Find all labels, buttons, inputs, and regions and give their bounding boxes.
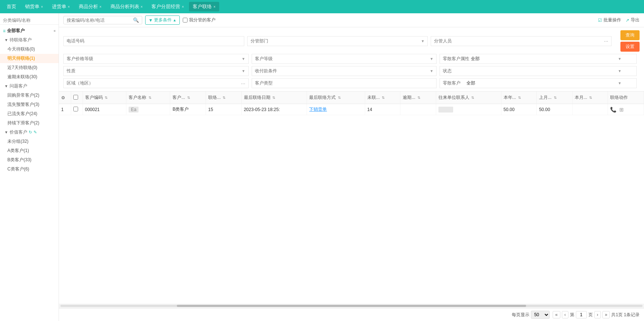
export-button[interactable]: ↗ 导出: [626, 17, 640, 23]
th-last-method[interactable]: 最后联络方式 ⇅: [307, 92, 365, 104]
region-more-icon[interactable]: ···: [241, 80, 245, 86]
prev-page-button[interactable]: ‹: [562, 311, 568, 318]
th-this-month[interactable]: 本月... ⇅: [572, 92, 608, 104]
th-contact-count[interactable]: 联络... ⇅: [206, 92, 242, 104]
filter-retail-attr: 零散客户属性 全部 ▼: [440, 54, 637, 64]
select-all-checkbox[interactable]: [73, 95, 78, 100]
th-checkbox: [71, 92, 83, 104]
retail-attr-dropdown-icon[interactable]: ▼: [618, 57, 622, 61]
search-icon[interactable]: 🔍: [133, 17, 139, 23]
th-name[interactable]: 客户名称 ⇅: [126, 92, 170, 104]
pending-group-header[interactable]: ▼ 待联络客户: [0, 35, 59, 45]
value-group-refresh-icon[interactable]: ↻: [29, 130, 32, 135]
gender-input[interactable]: [89, 69, 242, 74]
nav-customer-contact[interactable]: 客户联络 ×: [189, 2, 219, 11]
payment-input[interactable]: [277, 69, 430, 74]
value-group-edit-icon[interactable]: ✎: [34, 130, 37, 135]
page-size-select[interactable]: 50 100 200: [531, 311, 550, 319]
row-checkbox[interactable]: [73, 107, 78, 111]
th-last-date[interactable]: 最后联络日期 ⇅: [241, 92, 307, 104]
horizontal-scrollbar[interactable]: [59, 304, 644, 308]
price-level-dropdown-icon[interactable]: ▼: [242, 57, 245, 61]
sidebar-item-c-class[interactable]: C类客户(6): [0, 165, 59, 174]
customer-level-dropdown-icon[interactable]: ▼: [430, 57, 433, 61]
sidebar-search-input[interactable]: [3, 18, 58, 23]
dept-input[interactable]: [273, 38, 421, 44]
payment-dropdown-icon[interactable]: ▼: [430, 69, 433, 73]
th-contact-person[interactable]: 往来单位联系人 ⇅: [436, 92, 501, 104]
first-page-button[interactable]: «: [553, 311, 560, 318]
filter-phone: 电话号码: [63, 36, 244, 46]
sidebar-item-churned[interactable]: 已流失客户(24): [0, 109, 59, 118]
th-code[interactable]: 客户编码 ⇅: [83, 92, 126, 104]
action-more-icon[interactable]: ⊞: [619, 107, 624, 113]
batch-operation-button[interactable]: ☑ 批量操作: [598, 17, 621, 23]
action-icons-wrap: 📞 ⊞: [610, 107, 641, 113]
th-type[interactable]: 客户... ⇅: [170, 92, 206, 104]
status-input[interactable]: [465, 69, 618, 74]
value-group-header[interactable]: ▼ 价值客户 ↻ ✎: [0, 128, 59, 137]
sidebar-item-7days-pending[interactable]: 近7天待联络(0): [0, 63, 59, 72]
region-input[interactable]: [93, 81, 241, 86]
sidebar-item-churn-warning[interactable]: 流失预警客户(3): [0, 100, 59, 109]
price-level-input[interactable]: [93, 56, 242, 62]
search-input[interactable]: [67, 18, 133, 23]
customer-type-input[interactable]: [277, 81, 434, 86]
close-product-analysis-icon[interactable]: ×: [99, 5, 102, 9]
sort-last-date-icon: ⇅: [272, 96, 275, 100]
dept-dropdown-icon[interactable]: ▼: [421, 39, 424, 43]
action-phone-icon[interactable]: 📞: [610, 107, 616, 113]
nav-purchase-order[interactable]: 进货单 ×: [48, 2, 74, 11]
close-sales-order-icon[interactable]: ×: [41, 5, 43, 9]
nav-product-analysis-list[interactable]: 商品分析列表 ×: [107, 2, 147, 11]
set-button[interactable]: 设置: [620, 42, 640, 52]
nav-product-analysis[interactable]: 商品分析 ×: [75, 2, 105, 11]
sidebar-item-ungrouped[interactable]: 未分组(32): [0, 137, 59, 146]
close-product-analysis-list-icon[interactable]: ×: [141, 5, 143, 9]
td-last-method: 下销货单: [307, 104, 365, 115]
gear-icon[interactable]: ⚙: [61, 95, 65, 100]
query-button[interactable]: 查询: [620, 30, 640, 40]
page-number-input[interactable]: [576, 311, 587, 318]
next-page-button[interactable]: ›: [594, 311, 601, 318]
nav-home[interactable]: 首页: [3, 2, 20, 11]
td-checkbox: [71, 104, 83, 115]
customer-level-input[interactable]: [277, 56, 430, 62]
sidebar-item-today-pending[interactable]: 今天待联络(0): [0, 45, 59, 54]
close-purchase-order-icon[interactable]: ×: [68, 5, 70, 9]
search-input-wrap: 🔍: [63, 16, 142, 24]
last-page-button[interactable]: »: [602, 311, 610, 318]
retail-customer-dropdown-icon[interactable]: ▼: [618, 81, 622, 85]
close-customer-contact-icon[interactable]: ×: [213, 5, 216, 9]
sidebar-item-tomorrow-pending[interactable]: 明天待联络(1): [0, 54, 59, 63]
th-last-month[interactable]: 上月... ⇅: [537, 92, 573, 104]
person-input[interactable]: [456, 38, 604, 44]
th-overdue[interactable]: 逾期... ⇅: [400, 92, 436, 104]
retail-attr-label: 零散客户属性: [443, 56, 469, 62]
close-customer-tier-icon[interactable]: ×: [182, 5, 184, 9]
person-more-icon[interactable]: ···: [604, 38, 608, 44]
last-method-link[interactable]: 下销货单: [309, 107, 327, 112]
sidebar-item-repurchase-abnormal[interactable]: 回购异常客户(2): [0, 91, 59, 100]
sidebar-item-a-class[interactable]: A类客户(1): [0, 146, 59, 155]
problem-group-header[interactable]: ▼ 问题客户: [0, 82, 59, 91]
gender-dropdown-icon[interactable]: ▼: [242, 69, 245, 73]
filter-region: 区域（地区） ···: [63, 78, 249, 88]
th-no-contact[interactable]: 未联... ⇅: [365, 92, 400, 104]
sidebar-item-overdue-pending[interactable]: 逾期未联络(30): [0, 72, 59, 82]
sidebar-item-declining[interactable]: 持续下滑客户(2): [0, 118, 59, 128]
sidebar-item-b-class[interactable]: B类客户(33): [0, 155, 59, 165]
nav-sales-order[interactable]: 销货单 ×: [21, 2, 47, 11]
my-customers-checkbox[interactable]: [183, 18, 188, 23]
nav-customer-tier[interactable]: 客户分层经营 ×: [148, 2, 188, 11]
filter-panel: 电话号码 分管部门 ▼ 分管人员 ··· 查询 设置: [59, 27, 644, 92]
sidebar-collapse-icon[interactable]: «: [53, 29, 56, 33]
all-customers-header[interactable]: ≡ 全部客户 «: [0, 26, 59, 35]
page-size-wrap: 每页显示 50 100 200: [512, 311, 550, 319]
scrollbar-thumb[interactable]: [177, 305, 526, 307]
status-dropdown-icon[interactable]: ▼: [618, 69, 622, 73]
more-filter-button[interactable]: ▼ 更多条件 ▲: [145, 15, 180, 25]
phone-input[interactable]: [89, 38, 241, 44]
th-this-year[interactable]: 本年... ⇅: [501, 92, 537, 104]
td-action: 📞 ⊞: [608, 104, 644, 115]
